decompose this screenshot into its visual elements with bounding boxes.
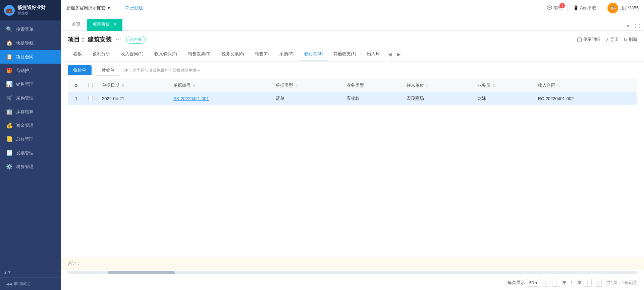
- subtab-7[interactable]: 采购(2): [274, 47, 299, 61]
- sidebar-item-9[interactable]: 🧾 发票管理: [0, 146, 61, 160]
- table-row[interactable]: 1 2022-04-21 SK-20220421-001 蓝单 应收款 宏茂商场…: [68, 92, 637, 105]
- app-download-button[interactable]: 📱 App下载: [573, 5, 596, 11]
- tab-close-icon[interactable]: ✕: [113, 22, 117, 27]
- th-date[interactable]: 单据日期 ⇅: [98, 79, 169, 92]
- last-page-button[interactable]: ⟩⟩: [594, 279, 602, 287]
- subtab-2[interactable]: 收入合同(1): [115, 47, 149, 61]
- sidebar-item-7[interactable]: 💰 资金管理: [0, 119, 61, 132]
- sidebar-item-8[interactable]: 📒 总账管理: [0, 132, 61, 146]
- table-wrap: ⚙ 单据日期 ⇅ 单据编号 ⇅ 单据类型 ⇅: [61, 79, 644, 257]
- page-end-label: 页: [577, 280, 582, 286]
- user-menu[interactable]: 🐵 用户3355: [607, 3, 639, 13]
- nav-label-8: 总账管理: [16, 136, 34, 142]
- topbar-sep2: [602, 4, 602, 12]
- td-number[interactable]: SK-20220421-001: [169, 92, 272, 105]
- view-note: 注：这里是与项目关联的全部收付款单哦～: [124, 68, 201, 73]
- th-checkbox[interactable]: [85, 79, 98, 92]
- maximize-window-button[interactable]: ⛶: [633, 22, 641, 30]
- view-payments-button[interactable]: 付款单: [96, 65, 120, 76]
- nav-label-0: 搜索菜单: [16, 26, 34, 32]
- sidebar-item-4[interactable]: 📊 销售管理: [0, 77, 61, 91]
- close-window-button[interactable]: ✕: [624, 22, 632, 30]
- subtab-6[interactable]: 销售(0): [250, 47, 274, 61]
- subtab-10[interactable]: 出入库: [362, 47, 385, 61]
- subtab-4[interactable]: 销售发票(0): [182, 47, 216, 61]
- select-all-checkbox[interactable]: [89, 83, 93, 87]
- th-type[interactable]: 单据类型 ⇅: [272, 79, 342, 92]
- sidebar-item-3[interactable]: 🎁 营销推广: [0, 64, 61, 77]
- nav-label-6: 库存核算: [16, 109, 34, 115]
- next-page-button[interactable]: ⟩: [584, 279, 592, 287]
- th-partner[interactable]: 往来单位 ⇅: [402, 79, 473, 92]
- sidebar-item-2[interactable]: 📋 项目合同: [0, 50, 61, 64]
- sort-contract-icon: ⇅: [557, 84, 560, 87]
- subtab-8[interactable]: 收付款(4): [299, 47, 328, 61]
- first-page-button[interactable]: ⟨⟨: [542, 279, 550, 287]
- th-number[interactable]: 单据编号 ⇅: [169, 79, 272, 92]
- subtabs-next-arrow[interactable]: ▶: [394, 48, 404, 61]
- refresh-button[interactable]: ↻ 刷新: [624, 37, 637, 43]
- tab-home[interactable]: 首页: [66, 19, 86, 31]
- prev-page-button[interactable]: ⟨: [552, 279, 560, 287]
- scrollbar-thumb[interactable]: [108, 271, 175, 274]
- main-area: 新服务官网演示账套 ▾ | 🛡 已认证 💬 消息 1 📱 App下载 🐵 用户3…: [61, 0, 644, 290]
- project-selector[interactable]: 新服务官网演示账套 ▾: [66, 5, 110, 11]
- project-status-badge: 已生效: [126, 36, 146, 44]
- sidebar-scroll[interactable]: ▲▼: [0, 267, 61, 277]
- total-row: 合计：: [61, 257, 644, 270]
- th-salesperson[interactable]: 业务员 ⇅: [473, 79, 534, 92]
- nav-icon-8: 📒: [6, 136, 13, 142]
- subtabs-prev-arrow[interactable]: ◀: [385, 48, 394, 61]
- subtab-5[interactable]: 税务发票(0): [216, 47, 250, 61]
- nav-label-1: 快捷导航: [16, 40, 34, 46]
- tab-project-board[interactable]: 项目看板 ✕: [87, 19, 122, 31]
- topbar-sep1: [568, 4, 568, 12]
- sidebar-item-5[interactable]: 🛒 采购管理: [0, 91, 61, 105]
- td-contract: RC-20220401-002: [534, 92, 637, 105]
- sidebar-item-0[interactable]: 🔍 搜索菜单: [0, 22, 61, 36]
- subtab-3[interactable]: 收入确认(2): [149, 47, 182, 61]
- record-number-link[interactable]: SK-20220421-001: [173, 96, 209, 101]
- th-biz-type: 业务类型: [342, 79, 402, 92]
- table-header: ⚙ 单据日期 ⇅ 单据编号 ⇅ 单据类型 ⇅: [68, 79, 637, 92]
- records-table: ⚙ 单据日期 ⇅ 单据编号 ⇅ 单据类型 ⇅: [68, 79, 637, 105]
- per-page-select[interactable]: 50 ▾: [527, 279, 540, 287]
- sidebar-item-10[interactable]: ⚙️ 税务管理: [0, 160, 61, 173]
- show-detail-input[interactable]: [577, 38, 582, 42]
- nav-icon-2: 📋: [6, 54, 13, 60]
- nav-label-2: 项目合同: [16, 54, 34, 60]
- th-contract[interactable]: 收入合同 ⇅: [534, 79, 637, 92]
- unpin-button[interactable]: ◀◀ 取消固定: [0, 277, 61, 290]
- messages-button[interactable]: 💬 消息 1: [547, 5, 562, 11]
- nav-icon-10: ⚙️: [6, 163, 13, 170]
- table-body: 1 2022-04-21 SK-20220421-001 蓝单 应收款 宏茂商场…: [68, 92, 637, 105]
- project-dropdown-icon[interactable]: ▾: [108, 5, 110, 10]
- nav-icon-6: 🏢: [6, 108, 13, 115]
- export-button[interactable]: ↗ 导出: [605, 37, 619, 43]
- project-more-icon[interactable]: ···: [116, 37, 122, 43]
- subtab-9[interactable]: 其他收支(1): [328, 47, 362, 61]
- nav-icon-7: 💰: [6, 122, 13, 129]
- td-num: 1: [68, 92, 85, 105]
- tabbar: 首页 项目看板 ✕ ✕ ⛶: [61, 16, 644, 31]
- scrollbar-track[interactable]: [68, 271, 637, 274]
- content-area: 项目： 建筑安装 ··· 已生效 显示明细 ↗ 导出 ↻ 刷新: [61, 31, 644, 290]
- page-label: 第: [562, 280, 567, 286]
- project-label: 项目： 建筑安装: [68, 35, 112, 44]
- current-page: 1: [569, 280, 575, 285]
- sort-type-icon: ⇅: [295, 84, 298, 87]
- table-scrollbar[interactable]: [61, 270, 644, 275]
- sidebar-item-1[interactable]: 🏠 快捷导航: [0, 36, 61, 50]
- subtab-1[interactable]: 盈利分析: [87, 47, 115, 61]
- show-detail-checkbox[interactable]: 显示明细: [577, 37, 600, 43]
- shield-icon: 🛡: [124, 5, 129, 10]
- td-date: 2022-04-21: [98, 92, 169, 105]
- sidebar-item-6[interactable]: 🏢 库存核算: [0, 105, 61, 119]
- view-receipts-button[interactable]: 收款单: [68, 65, 92, 75]
- th-settings[interactable]: ⚙: [68, 79, 85, 92]
- td-checkbox[interactable]: [85, 92, 98, 105]
- subtab-0[interactable]: 看板: [68, 47, 87, 61]
- row-checkbox[interactable]: [89, 96, 93, 100]
- window-controls: ✕ ⛶: [624, 22, 644, 30]
- sidebar-nav: 🔍 搜索菜单🏠 快捷导航📋 项目合同🎁 营销推广📊 销售管理🛒 采购管理🏢 库存…: [0, 20, 61, 267]
